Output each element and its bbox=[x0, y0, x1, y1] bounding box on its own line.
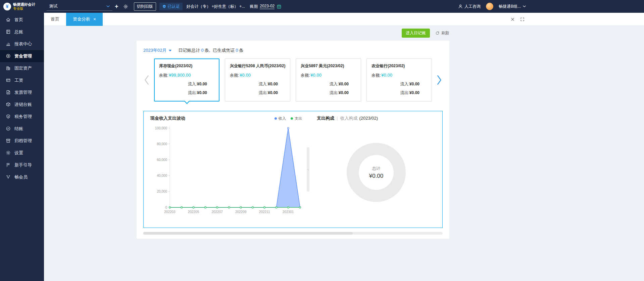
tab-label: 首页 bbox=[51, 16, 59, 22]
account-name: 兴业5897 美元(2023/02) bbox=[301, 63, 356, 69]
funds-panel: 2023年02月 日记账总计0条,已生成凭证0条 库存现金(2023/02) 余… bbox=[137, 41, 449, 239]
month-select[interactable]: 2023年02月 bbox=[143, 47, 171, 53]
company-select-value: 测试 bbox=[49, 3, 57, 9]
voucher-label: 已生成凭证 bbox=[213, 48, 235, 53]
divider-handle-icon[interactable]: ‹ bbox=[307, 147, 309, 192]
donut-chart: 总计 ¥0.00 bbox=[347, 143, 406, 202]
app-logo-icon: ¥ bbox=[3, 3, 11, 10]
sidebar-item-beginner-guide[interactable]: 新手引导 bbox=[0, 159, 44, 171]
svg-text:202209: 202209 bbox=[235, 210, 247, 214]
composition-period: (2023/02) bbox=[359, 116, 378, 121]
carousel-next-button[interactable] bbox=[436, 75, 443, 85]
svg-text:40,000: 40,000 bbox=[157, 174, 167, 177]
donut-center: 总计 ¥0.00 bbox=[359, 155, 394, 190]
certified-label: 已认证 bbox=[168, 4, 180, 9]
funds-dashboard: 进入日记账 刷新 2023年02月 日记账总计0条,已生成凭证0条 bbox=[137, 28, 449, 239]
archive-box-icon bbox=[6, 138, 11, 144]
account-name: 兴业银行5208 人民币(2023/02) bbox=[230, 63, 285, 69]
panel-divider[interactable]: ‹ bbox=[306, 111, 310, 228]
sidebar-item-invoice-management[interactable]: 发票管理 bbox=[0, 86, 44, 98]
sidebar-item-salary[interactable]: 工资 bbox=[0, 74, 44, 86]
sidebar-item-label: 结账 bbox=[14, 126, 23, 132]
fullscreen-icon[interactable] bbox=[520, 17, 525, 22]
sidebar-item-closing[interactable]: 结账 bbox=[0, 123, 44, 135]
refresh-button[interactable]: 刷新 bbox=[435, 30, 449, 36]
balance-value: ¥0.00 bbox=[240, 73, 251, 78]
topbar: ¥ 畅捷通好会计 专业版 测试 + 切到旧版 已认证 好会计（专） +好生意（标… bbox=[0, 0, 644, 13]
svg-text:80,000: 80,000 bbox=[157, 142, 167, 146]
inflow-value: ¥0.00 bbox=[268, 82, 278, 86]
scrollbar-thumb[interactable] bbox=[143, 232, 353, 235]
tab-close-icon[interactable]: × bbox=[93, 17, 96, 22]
topbar-right: 人工咨询 畅捷通B组... bbox=[458, 3, 644, 10]
close-icon[interactable] bbox=[510, 17, 515, 22]
add-button[interactable]: + bbox=[115, 3, 118, 9]
chart-legend: 收入 支出 bbox=[275, 116, 302, 121]
period-value: 2023-02 bbox=[260, 4, 275, 9]
sidebar-item-purchase-sales-ledger[interactable]: 进销台账 bbox=[0, 98, 44, 111]
sidebar-item-settings[interactable]: 设置 bbox=[0, 147, 44, 159]
gear-icon[interactable] bbox=[123, 4, 128, 9]
account-card-cib-5208[interactable]: 兴业银行5208 人民币(2023/02) 余额:¥0.00 流入:¥0.00 … bbox=[225, 58, 290, 102]
support-link[interactable]: 人工咨询 bbox=[458, 4, 481, 9]
tab-expense-composition[interactable]: 支出构成 bbox=[317, 116, 334, 121]
user-menu[interactable]: 畅捷通B组... bbox=[499, 4, 526, 9]
sidebar-item-fixed-assets[interactable]: 固定资产 bbox=[0, 62, 44, 74]
app-logo[interactable]: ¥ 畅捷通好会计 专业版 bbox=[0, 2, 44, 10]
certified-badge[interactable]: 已认证 bbox=[159, 3, 183, 10]
tab-funds-analysis[interactable]: 资金分析 × bbox=[66, 13, 103, 26]
account-card-cash[interactable]: 库存现金(2023/02) 余额:¥99,800.00 流入:¥0.00 流出:… bbox=[154, 58, 219, 102]
enter-journal-button[interactable]: 进入日记账 bbox=[402, 29, 430, 38]
calendar-icon[interactable] bbox=[277, 4, 282, 9]
horizontal-scrollbar[interactable] bbox=[143, 232, 443, 235]
journal-total-suffix: 条, bbox=[205, 48, 210, 53]
account-period[interactable]: 账期 2023-02 bbox=[250, 4, 282, 9]
inflow-label: 流入: bbox=[330, 82, 339, 86]
sidebar-item-member[interactable]: 畅会员 bbox=[0, 171, 44, 183]
user-name: 畅捷通B组... bbox=[499, 4, 521, 9]
tab-home[interactable]: 首页 bbox=[44, 13, 66, 26]
sidebar-item-label: 发票管理 bbox=[14, 89, 32, 95]
inflow-value: ¥0.00 bbox=[409, 82, 419, 86]
sidebar-item-label: 总账 bbox=[14, 29, 23, 35]
avatar[interactable] bbox=[486, 3, 493, 10]
outflow-value: ¥0.00 bbox=[339, 90, 349, 95]
sidebar-item-label: 资金管理 bbox=[14, 53, 32, 59]
legend-expense[interactable]: 支出 bbox=[291, 116, 302, 121]
tab-income-composition[interactable]: 收入构成 bbox=[340, 116, 357, 121]
account-card-cib-5897-usd[interactable]: 兴业5897 美元(2023/02) 余额:¥0.00 流入:¥0.00 流出:… bbox=[296, 58, 361, 102]
svg-text:20,000: 20,000 bbox=[157, 190, 167, 193]
inflow-label: 流入: bbox=[188, 82, 197, 86]
tabbar: 首页 资金分析 × bbox=[44, 13, 644, 26]
flag-icon bbox=[6, 162, 11, 168]
gear-icon bbox=[6, 150, 11, 156]
member-v-icon bbox=[6, 174, 11, 180]
legend-expense-label: 支出 bbox=[295, 116, 302, 121]
app-logo-text: 畅捷通好会计 专业版 bbox=[13, 2, 35, 10]
inflow-label: 流入: bbox=[259, 82, 268, 86]
sidebar-item-general-ledger[interactable]: 总账 bbox=[0, 26, 44, 38]
main-area: 首页 资金分析 × 进入日记账 刷新 2023年02月 bbox=[44, 0, 644, 281]
legend-income[interactable]: 收入 bbox=[275, 116, 286, 121]
switch-old-version-button[interactable]: 切到旧版 bbox=[134, 2, 156, 11]
donut-wrap: 总计 ¥0.00 bbox=[317, 121, 436, 224]
sidebar-item-funds-management[interactable]: 资金管理 bbox=[0, 50, 44, 62]
sidebar-item-tax-management[interactable]: 税务管理 bbox=[0, 111, 44, 123]
company-select[interactable]: 测试 bbox=[47, 2, 112, 11]
account-card-abc-bank[interactable]: 农业银行(2023/02) 余额:¥0.00 流入:¥0.00 流出:¥0.00 bbox=[366, 58, 432, 102]
period-label: 账期 bbox=[250, 4, 258, 9]
ledger-icon bbox=[6, 29, 11, 35]
outflow-label: 流出: bbox=[188, 90, 197, 95]
sidebar-item-home[interactable]: 首页 bbox=[0, 14, 44, 26]
account-name: 农业银行(2023/02) bbox=[371, 63, 427, 69]
composition-chart-section: 支出构成|收入构成(2023/02) 总计 ¥0.00 bbox=[310, 111, 442, 228]
carousel-prev-button[interactable] bbox=[143, 75, 150, 85]
sidebar-item-archive-management[interactable]: 归档管理 bbox=[0, 135, 44, 147]
expense-dot-icon bbox=[291, 117, 293, 120]
sidebar-item-report-center[interactable]: 报表中心 bbox=[0, 38, 44, 50]
shield-icon bbox=[162, 4, 166, 9]
account-cards: 库存现金(2023/02) 余额:¥99,800.00 流入:¥0.00 流出:… bbox=[154, 58, 432, 102]
balance-label: 余额: bbox=[230, 73, 239, 78]
account-carousel: 库存现金(2023/02) 余额:¥99,800.00 流入:¥0.00 流出:… bbox=[143, 58, 443, 102]
chevron-down-icon bbox=[523, 5, 526, 7]
